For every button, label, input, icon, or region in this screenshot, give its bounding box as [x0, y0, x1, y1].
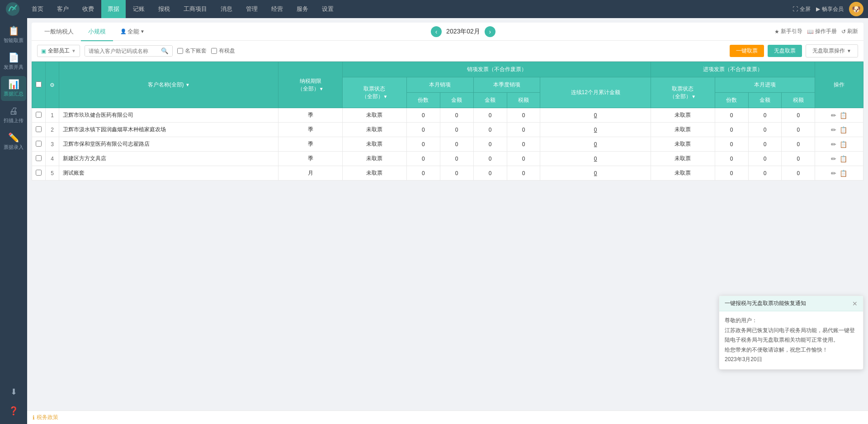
nav-item-business[interactable]: 工商项目: [177, 0, 213, 18]
nav-item-billing[interactable]: 收费: [76, 0, 100, 18]
row-sales-status: 未取票: [343, 137, 407, 152]
edit-icon[interactable]: ✏: [831, 141, 836, 148]
tax-disk-checkbox[interactable]: [211, 48, 217, 54]
notification-body: 尊敬的用户： 江苏政务网已恢复访问电子税务局功能，易代账一键登陆电子税务局与无盘…: [719, 311, 863, 369]
scan-upload-icon: 🖨: [9, 106, 18, 115]
sidebar-item-issue-invoice[interactable]: 📄 发票开具: [1, 49, 26, 74]
view-icon[interactable]: 📋: [840, 112, 847, 119]
notification-close-btn[interactable]: ✕: [852, 300, 858, 307]
header-12month-sales: 连续12个月累计金额: [540, 77, 651, 108]
nav-item-invoice[interactable]: 票据: [101, 0, 126, 18]
row-purchase-month-amount: 0: [748, 152, 782, 166]
view-icon[interactable]: 📋: [840, 141, 847, 148]
row-purchase-month-count: 0: [715, 137, 748, 152]
nav-item-home[interactable]: 首页: [25, 0, 50, 18]
table-body: 1 卫辉市玖玖健合医药有限公司 季 未取票 0 0 0 0 0 未取票 0 0 …: [32, 108, 863, 181]
row-actions: ✏ 📋: [815, 108, 863, 123]
edit-icon[interactable]: ✏: [831, 112, 836, 119]
row-actions: ✏ 📋: [815, 166, 863, 181]
sidebar-download[interactable]: ⬇: [1, 383, 26, 400]
edit-icon[interactable]: ✏: [831, 126, 836, 133]
row-12month-amount[interactable]: 0: [540, 137, 651, 152]
row-checkbox[interactable]: [32, 166, 46, 181]
view-icon[interactable]: 📋: [840, 155, 847, 162]
play-icon: ▶: [816, 6, 820, 12]
employee-filter[interactable]: ▣ 全部员工 ▼: [37, 45, 80, 57]
member-btn[interactable]: ▶ 畅享会员: [816, 5, 844, 13]
header-checkbox-col: [32, 62, 46, 108]
view-icon[interactable]: 📋: [840, 126, 847, 133]
header-sales-month-amount: 金额: [440, 93, 473, 108]
manual-btn[interactable]: 📖 操作手册: [807, 28, 837, 35]
search-button[interactable]: 🔍: [157, 46, 172, 56]
guide-btn[interactable]: ★ 新手引导: [774, 28, 802, 35]
nav-item-customer[interactable]: 客户: [51, 0, 75, 18]
diskless-invoice-btn[interactable]: 无盘取票: [768, 45, 802, 57]
logo[interactable]: [5, 1, 21, 17]
main-content: 一般纳税人 小规模 👤 全能 ▼ ‹ 2023年02月 › ★ 新手引导: [27, 18, 868, 424]
nav-item-message[interactable]: 消息: [214, 0, 239, 18]
nav-item-service[interactable]: 服务: [290, 0, 315, 18]
row-tax-period: 季: [278, 108, 343, 123]
header-monthly-purchase: 本月进项: [715, 77, 815, 93]
search-input[interactable]: [85, 46, 157, 56]
row-purchase-status: 未取票: [651, 137, 715, 152]
one-click-invoice-btn[interactable]: 一键取票: [730, 45, 764, 57]
row-12month-amount[interactable]: 0: [540, 166, 651, 181]
account-checkbox[interactable]: [177, 48, 183, 54]
row-12month-amount[interactable]: 0: [540, 108, 651, 123]
nav-item-management[interactable]: 管理: [240, 0, 264, 18]
row-purchase-month-amount: 0: [748, 108, 782, 123]
tab-right-actions: ★ 新手引导 📖 操作手册 ↺ 刷新: [774, 28, 858, 35]
row-12month-amount[interactable]: 0: [540, 152, 651, 166]
row-customer-name: 测试账套: [59, 166, 278, 181]
invoice-entry-icon: ✏️: [8, 133, 19, 142]
row-actions: ✏ 📋: [815, 152, 863, 166]
refresh-btn[interactable]: ↺ 刷新: [841, 28, 858, 35]
sidebar-item-smart-invoice[interactable]: 📋 智能取票: [1, 23, 26, 48]
row-checkbox[interactable]: [32, 108, 46, 123]
dropdown-arrow-icon: ▼: [847, 48, 851, 53]
prev-period-btn[interactable]: ‹: [431, 26, 442, 37]
row-customer-name: 卫辉市汲水镇下园润鑫烟草木种植家庭农场: [59, 123, 278, 137]
next-period-btn[interactable]: ›: [485, 26, 495, 37]
edit-icon[interactable]: ✏: [831, 170, 836, 177]
table-row: 1 卫辉市玖玖健合医药有限公司 季 未取票 0 0 0 0 0 未取票 0 0 …: [32, 108, 863, 123]
checkbox-account[interactable]: 名下账套: [177, 47, 207, 55]
select-all-checkbox[interactable]: [36, 81, 42, 87]
checkbox-tax-disk[interactable]: 有税盘: [211, 47, 235, 55]
row-checkbox[interactable]: [32, 123, 46, 137]
settings-icon[interactable]: ⚙: [50, 82, 55, 88]
tab-small-scale[interactable]: 小规模: [81, 23, 113, 41]
manual-icon: 📖: [807, 29, 814, 35]
view-icon[interactable]: 📋: [840, 170, 847, 177]
row-sales-quarter-amount: 0: [473, 166, 507, 181]
nav-item-settings[interactable]: 设置: [316, 0, 340, 18]
nav-item-tax[interactable]: 报税: [152, 0, 176, 18]
header-sales-status: 取票状态（全部）▼: [343, 77, 407, 108]
sidebar-item-invoice-entry[interactable]: ✏️ 票据录入: [1, 129, 26, 154]
tax-policy-link[interactable]: ℹ 税务政策: [33, 414, 58, 421]
tab-general-taxpayer[interactable]: 一般纳税人: [37, 23, 81, 41]
row-purchase-month-count: 0: [715, 166, 748, 181]
row-checkbox[interactable]: [32, 152, 46, 166]
row-sales-status: 未取票: [343, 123, 407, 137]
row-12month-amount[interactable]: 0: [540, 123, 651, 137]
row-checkbox[interactable]: [32, 137, 46, 152]
header-purchase-status: 取票状态（全部）▼: [651, 77, 715, 108]
sidebar-item-scan-upload[interactable]: 🖨 扫描上传: [1, 103, 26, 128]
nav-item-bookkeeping[interactable]: 记账: [127, 0, 151, 18]
sidebar-item-invoice-summary[interactable]: 📊 票据汇总: [1, 76, 26, 101]
sidebar-help[interactable]: ❓: [1, 402, 26, 419]
row-purchase-month-tax: 0: [782, 152, 815, 166]
diskless-operation-btn[interactable]: 无盘取票操作 ▼: [806, 44, 858, 57]
smart-invoice-icon: 📋: [8, 26, 19, 35]
row-sales-month-amount: 0: [440, 152, 473, 166]
notification-header: 一键报税与无盘取票功能恢复通知 ✕: [719, 296, 863, 311]
nav-item-operation[interactable]: 经营: [265, 0, 289, 18]
tab-all-type[interactable]: 👤 全能 ▼: [113, 23, 152, 41]
fullscreen-btn[interactable]: ⛶ 全屏: [793, 5, 811, 13]
row-sales-quarter-tax: 0: [507, 108, 540, 123]
avatar[interactable]: 🐶: [849, 2, 863, 16]
edit-icon[interactable]: ✏: [831, 155, 836, 162]
